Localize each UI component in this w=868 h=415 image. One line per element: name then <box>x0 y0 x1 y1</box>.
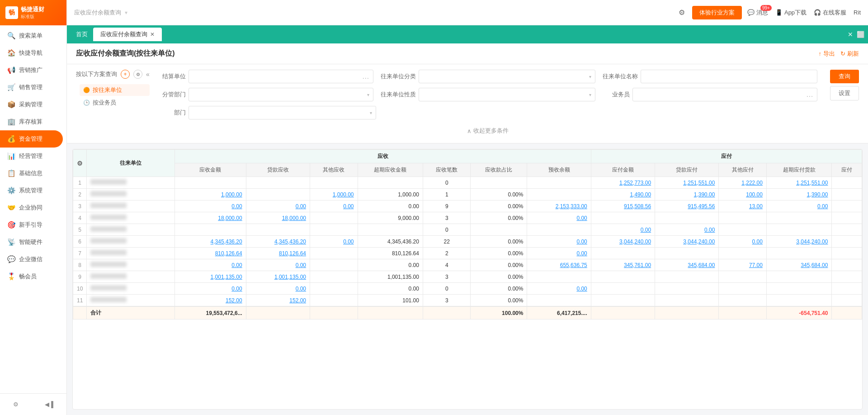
sidebar-item-sales[interactable]: 🛒销售管理 <box>0 79 66 96</box>
th-settings[interactable]: ⚙ <box>73 150 87 177</box>
sidebar-item-inventory[interactable]: 🏢库存核算 <box>0 113 66 130</box>
row-ar-advance-0 <box>527 177 591 189</box>
user-avatar[interactable]: Rit <box>854 9 861 16</box>
member-icon: 🎖️ <box>7 272 15 281</box>
sidebar-item-hardware[interactable]: 📡智能硬件 <box>0 234 66 251</box>
row-ar-amount-6: 810,126.64 <box>175 248 246 259</box>
tab-home[interactable]: 首页 <box>71 28 93 41</box>
settings-btn[interactable]: 设置 <box>830 86 859 100</box>
row-ap-overdue-6 <box>766 248 831 259</box>
row-ap-loan-1: 1,390.00 <box>655 189 719 200</box>
tab-maximize-icon[interactable]: ⬜ <box>857 31 864 38</box>
partner-category-select[interactable]: ▾ <box>419 70 595 83</box>
th-ar-overdue: 超期应收金额 <box>358 163 423 177</box>
tab-active[interactable]: 应收应付余额查询 ✕ <box>93 28 162 41</box>
row-ap-other-3 <box>719 212 767 224</box>
main-area: 应收应付余额查询 ▾ ⚙ 体验行业方案 💬 消息 99+ 📱 App下载 🎧 在… <box>67 0 868 415</box>
row-ar-advance-7: 655,636.75 <box>527 259 591 271</box>
app-download-btn[interactable]: 📱 App下载 <box>775 9 807 17</box>
table-container[interactable]: ⚙ 往来单位 应收 应付 应收金额 贷款应收 其他应收 超期应收金额 应收笔数 <box>72 149 863 410</box>
th-ap-rest: 应付 <box>832 163 862 177</box>
partner-name-input[interactable] <box>641 70 817 83</box>
col-settings-icon[interactable]: ⚙ <box>77 160 83 167</box>
row-num-7: 8 <box>73 259 87 271</box>
sidebar-item-finance[interactable]: 💰资金管理 <box>0 130 63 148</box>
row-ar-ratio-10: 0.00% <box>471 295 527 307</box>
sidebar-item-guide[interactable]: 🎯新手引导 <box>0 216 66 234</box>
dept2-select[interactable]: ▾ <box>189 106 376 119</box>
table-row: 8 0.00 0.00 0.00 4 0.00% 655,636.75 345,… <box>73 259 862 271</box>
sidebar-item-basic[interactable]: 📋基础信息 <box>0 165 66 182</box>
th-ap-amount: 应付金额 <box>591 163 655 177</box>
settlement-dots[interactable]: … <box>362 72 369 81</box>
row-ap-rest-1 <box>832 189 862 200</box>
sidebar-item-marketing[interactable]: 📢营销推广 <box>0 62 66 79</box>
sidebar-item-label-system: 系统管理 <box>19 186 42 195</box>
row-ap-amount-9 <box>591 283 655 295</box>
user-name: Rit <box>854 9 861 16</box>
sidebar-item-member[interactable]: 🎖️畅会员 <box>0 268 66 285</box>
header-settings-icon[interactable]: ⚙ <box>679 8 685 17</box>
salesperson-input[interactable]: … <box>632 88 817 101</box>
search-icon: 🔍 <box>7 32 15 40</box>
page-title: 应收应付余额查询(按往来单位) <box>76 49 175 58</box>
sidebar-item-quicknav[interactable]: 🏠快捷导航 <box>0 44 66 62</box>
industry-solution-btn[interactable]: 体验行业方案 <box>692 6 742 19</box>
sidebar-settings-btn[interactable]: ⚙ <box>8 397 24 411</box>
row-ar-amount-1: 1,000.00 <box>175 189 246 200</box>
dept-select[interactable]: ▾ <box>189 88 373 101</box>
sidebar-collapse-btn[interactable]: ◀▐ <box>39 397 59 411</box>
th-ap-other: 其他应付 <box>719 163 767 177</box>
refresh-btn[interactable]: ↻ 刷新 <box>840 50 859 58</box>
messages-btn[interactable]: 💬 消息 99+ <box>747 9 768 17</box>
filter-option-partner[interactable]: 🟠 按往来单位 <box>80 84 150 96</box>
sidebar-item-search[interactable]: 🔍搜索菜单 <box>0 27 66 44</box>
tab-close-icon[interactable]: ✕ <box>848 31 853 38</box>
row-ap-loan-9 <box>655 283 719 295</box>
salesperson-icon: 🕒 <box>83 100 90 106</box>
filter-options: 🟠 按往来单位 🕒 按业务员 <box>80 84 150 109</box>
sidebar-item-system[interactable]: ⚙️系统管理 <box>0 182 66 199</box>
sidebar-item-cooperation[interactable]: 🤝企业协同 <box>0 199 66 216</box>
footer-ar-ratio: 100.00% <box>471 306 527 320</box>
sidebar-item-wechat[interactable]: 💬企业微信 <box>0 251 66 268</box>
filter-settings-btn[interactable]: ⚙ <box>133 70 142 79</box>
online-service-btn[interactable]: 🎧 在线客服 <box>814 9 846 17</box>
query-btn[interactable]: 查询 <box>830 70 859 83</box>
partner-nature-select[interactable]: ▾ <box>419 88 595 101</box>
row-ar-ratio-7: 0.00% <box>471 259 527 271</box>
row-ar-other-8 <box>310 271 358 283</box>
sidebar-item-label-search: 搜索菜单 <box>19 32 42 40</box>
footer-ap-overdue: -654,751.40 <box>766 306 831 320</box>
sidebar-item-operations[interactable]: 📊经营管理 <box>0 148 66 165</box>
row-num-1: 2 <box>73 189 87 200</box>
row-ar-amount-2: 0.00 <box>175 200 246 212</box>
settlement-input[interactable]: … <box>189 70 373 83</box>
table-row: 1 0 1,252,773.00 1,251,551.00 1,222.00 1… <box>73 177 862 189</box>
row-ar-loan-8: 1,001,135.00 <box>246 271 310 283</box>
filter-field-dept2: 部门 ▾ <box>159 106 376 119</box>
row-ar-loan-10: 152.00 <box>246 295 310 307</box>
filter-collapse-btn[interactable]: « <box>146 71 150 78</box>
filter-collapse-link[interactable]: ∧ 收起更多条件 <box>159 124 817 138</box>
row-ap-loan-8 <box>655 271 719 283</box>
filter-field-dept: 分管部门 ▾ <box>159 88 373 101</box>
tab-close-btn[interactable]: ✕ <box>150 31 155 38</box>
filter-field-settlement: 结算单位 … <box>159 70 373 83</box>
export-btn[interactable]: ↑ 导出 <box>819 50 835 58</box>
table-row: 11 152.00 152.00 101.00 3 0.00% <box>73 295 862 307</box>
partner-category-label: 往来单位分类 <box>381 72 416 81</box>
filter-add-btn[interactable]: + <box>121 70 130 79</box>
row-ap-other-4 <box>719 224 767 236</box>
row-ap-other-0: 1,222.00 <box>719 177 767 189</box>
sidebar-item-purchase[interactable]: 📦采购管理 <box>0 96 66 113</box>
partner-icon: 🟠 <box>83 87 90 93</box>
row-ap-amount-7: 345,761.00 <box>591 259 655 271</box>
partner-name-label: 往来单位名称 <box>603 72 638 81</box>
table-row: 3 0.00 0.00 0.00 0.00 9 0.00% 2,153,333.… <box>73 200 862 212</box>
sidebar-item-label-member: 畅会员 <box>19 272 37 281</box>
salesperson-dots[interactable]: … <box>806 91 813 99</box>
row-ap-amount-1: 1,490.00 <box>591 189 655 200</box>
row-ap-loan-5: 3,044,240.00 <box>655 236 719 248</box>
filter-option-salesperson[interactable]: 🕒 按业务员 <box>80 97 150 109</box>
